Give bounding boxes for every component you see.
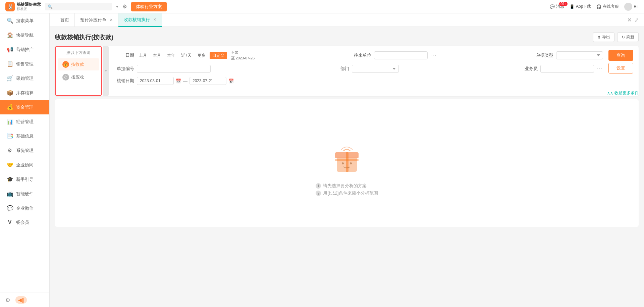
sidebar-item-sales[interactable]: 📋 销售管理 [0,57,49,71]
nav-icon: 🏠 [7,32,13,38]
sidebar-label-sales: 销售管理 [16,61,34,67]
empty-illustration [327,137,367,177]
doc-no-input[interactable] [137,65,211,73]
sidebar-label-marketing: 营销推广 [16,47,34,53]
filter-option-by-receivable[interactable]: ⏱ 按应收 [58,71,99,83]
verify-date-end-cal-icon[interactable]: 📅 [228,79,234,84]
verify-date-end-input[interactable] [190,77,226,85]
top-bar-right: 💬 消息 99+ 📱 App下载 🎧 在线客服 Rit [550,3,639,11]
sidebar-item-operations[interactable]: 📊 经营管理 [0,114,49,129]
svg-point-4 [342,162,344,164]
sidebar-item-wechat[interactable]: 💬 企业微信 [0,201,49,215]
filter-date-row: 日期 上月 本月 本年 近7天 更多 自定义 [114,50,603,61]
sidebar-label-purchase: 采购管理 [16,75,34,82]
main-content: 首页 预付冲应付单 ✕ 收款核销执行 ✕ ✕ ⤢ 收款核销执行(按收款) [50,13,644,307]
collapse-more-label: 收起更多条件 [614,90,639,96]
user-profile[interactable]: Rit [624,3,639,11]
svg-point-5 [350,162,352,164]
sidebar-label-inventory: 库存核算 [16,90,34,96]
query-btn[interactable]: 查询 [608,50,633,61]
search-bar: 🔍 [45,3,112,10]
empty-text: 1 请先选择要分析的方案 2 用[过滤]条件来缩小分析范围 [316,183,378,196]
page-area: 收款核销执行(按收款) ⬆ 导出 ↻ 刷新 按以下方查 [50,27,644,307]
user-avatar [624,3,632,11]
verify-date-start-input[interactable] [137,77,174,85]
counterparty-input[interactable] [374,51,428,59]
sidebar-label-system: 系统管理 [16,148,34,154]
filter-option-by-receipt[interactable]: 💰 按收款 [58,58,99,70]
settings-btn[interactable]: 设置 [608,63,633,73]
tab-close-all-btn[interactable]: ✕ [627,17,632,23]
solution-btn[interactable]: 体验行业方案 [131,2,167,11]
counterparty-label: 往来单位 [351,52,371,58]
staff-dots-icon[interactable]: ··· [597,66,603,72]
sidebar-item-guide[interactable]: 🎓 新手引导 [0,172,49,187]
chevron-down-icon[interactable]: ▾ [116,4,118,9]
empty-step-2: 2 用[过滤]条件来缩小分析范围 [316,190,378,196]
verify-date-start-cal-icon[interactable]: 📅 [176,79,181,84]
sidebar-item-purchase[interactable]: 🛒 采购管理 [0,71,49,86]
sidebar-item-nav[interactable]: 🏠 快捷导航 [0,28,49,42]
date-last-month-btn[interactable]: 上月 [137,52,149,59]
sidebar-item-hardware[interactable]: 📺 智能硬件 [0,187,49,201]
verify-date-label: 核销日期 [114,78,134,84]
user-name: Rit [634,4,639,9]
sidebar-item-inventory[interactable]: 📦 库存核算 [0,86,49,100]
sidebar-item-finance[interactable]: 💰 资金管理 [0,100,49,114]
refresh-btn[interactable]: ↻ 刷新 [617,32,639,42]
verify-date-input-group: 📅 — 📅 [137,77,234,85]
date-7days-btn[interactable]: 近7天 [179,52,194,59]
sidebar-collapse-btn[interactable]: ◀‖ [15,296,27,304]
settings-bottom-icon[interactable]: ⚙ [5,297,10,303]
filter-sidebar-title: 按以下方查询 [56,50,101,56]
tab-prepay[interactable]: 预付冲应付单 ✕ [75,13,118,27]
date-this-month-btn[interactable]: 本月 [151,52,163,59]
collapse-more-btn[interactable]: ∧∧ 收起更多条件 [607,90,639,96]
receivable-option-icon: ⏱ [62,74,69,81]
sidebar-item-marketing[interactable]: 📢 营销推广 [0,42,49,57]
refresh-icon: ↻ [622,35,625,40]
online-service-btn[interactable]: 🎧 在线客服 [596,4,619,9]
message-btn[interactable]: 💬 消息 99+ [550,4,564,9]
staff-label: 业务员 [518,66,538,72]
guide-icon: 🎓 [7,176,13,183]
counterparty-dots-icon[interactable]: ··· [430,52,437,58]
sidebar-item-system[interactable]: ⚙ 系统管理 [0,143,49,158]
date-custom-btn[interactable]: 自定义 [210,52,227,59]
step-1-num: 1 [316,183,321,189]
sidebar-item-basic-info[interactable]: 📑 基础信息 [0,129,49,143]
tab-receipt[interactable]: 收款核销执行 ✕ [118,13,162,27]
date-label: 日期 [114,52,134,58]
app-download-btn[interactable]: 📱 App下载 [570,4,591,9]
export-btn[interactable]: ⬆ 导出 [593,32,614,42]
gear-icon[interactable]: ⚙ [122,3,127,10]
sales-icon: 📋 [7,61,13,67]
staff-input[interactable] [540,65,594,73]
empty-state-area: 1 请先选择要分析的方案 2 用[过滤]条件来缩小分析范围 [55,99,639,227]
date-this-year-btn[interactable]: 本年 [165,52,177,59]
vip-icon: V [7,219,13,225]
counterparty-field: 往来单位 ··· [351,51,437,59]
filter-content-area: 按以下方查询 💰 按收款 ⏱ 按应收 « [55,46,639,96]
chevron-up-icon: ∧∧ [607,91,613,96]
collab-icon: 🤝 [7,162,13,168]
date-more-btn[interactable]: 更多 [196,52,208,59]
tab-bar-actions: ✕ ⤢ [627,17,639,23]
svg-rect-2 [346,152,348,172]
verify-date-row: 核销日期 📅 — 📅 [114,77,603,89]
tab-home[interactable]: 首页 [55,13,75,27]
date-nolimit-label: 不限 [231,50,255,55]
tab-prepay-close[interactable]: ✕ [110,18,113,22]
dept-select[interactable] [352,65,399,73]
svg-rect-3 [335,159,359,161]
sidebar-item-collab[interactable]: 🤝 企业协同 [0,158,49,172]
tab-maximize-btn[interactable]: ⤢ [634,17,639,23]
sidebar-item-vip[interactable]: V 畅会员 [0,215,49,229]
doc-type-select[interactable] [556,51,603,59]
sidebar-item-search[interactable]: 🔍 搜索菜单 [0,13,49,28]
tab-receipt-close[interactable]: ✕ [153,17,156,22]
receipt-option-icon: 💰 [62,61,69,68]
receivable-option-label: 按应收 [71,74,84,80]
filter-collapse-btn[interactable]: « [103,46,109,96]
refresh-label: 刷新 [626,34,634,40]
